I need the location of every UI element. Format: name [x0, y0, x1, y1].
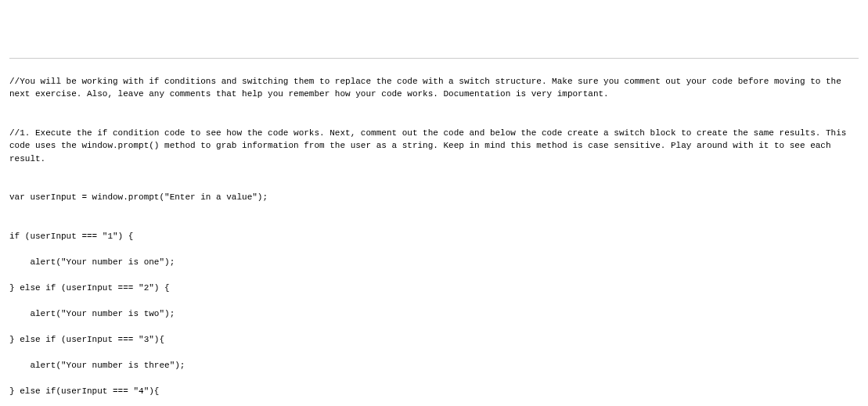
code-line: } else if(userInput === "4"){ — [9, 385, 859, 398]
code-line: } else if (userInput === "3"){ — [9, 333, 859, 347]
code-line: //1. Execute the if condition code to se… — [9, 127, 859, 166]
code-line: var userInput = window.prompt("Enter in … — [9, 191, 859, 204]
top-divider — [9, 58, 859, 59]
code-line: } else if (userInput === "2") { — [9, 282, 859, 295]
code-line: alert("Your number is one"); — [9, 256, 859, 269]
code-line: //You will be working with if conditions… — [9, 75, 859, 101]
code-line: alert("Your number is two"); — [9, 307, 859, 321]
code-line: if (userInput === "1") { — [9, 230, 859, 243]
code-line: alert("Your number is three"); — [9, 359, 859, 372]
